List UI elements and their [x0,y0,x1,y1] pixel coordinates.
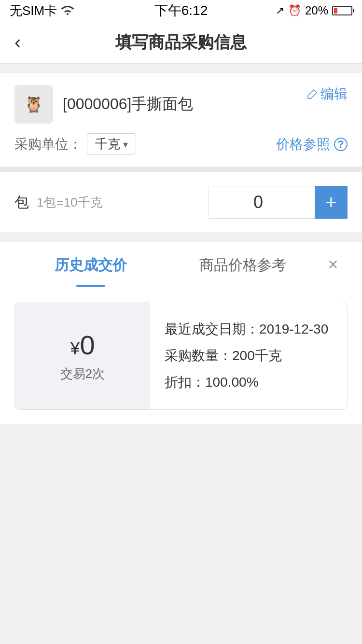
tab-history-price[interactable]: 历史成交价 [14,242,167,287]
card-price-value: ¥0 [70,329,95,361]
product-name: [0000006]手撕面包 [63,94,193,115]
location-icon: ↗ [276,4,284,17]
edit-button[interactable]: 编辑 [307,85,348,103]
history-card: ¥0 交易2次 最近成交日期：2019-12-30 采购数量：200千克 折扣：… [14,302,348,410]
section-divider [0,167,362,172]
edit-icon [307,89,318,99]
unit-dropdown[interactable]: 千克 ▾ [87,133,136,155]
history-content: ¥0 交易2次 最近成交日期：2019-12-30 采购数量：200千克 折扣：… [0,287,362,424]
recent-date-row: 最近成交日期：2019-12-30 [165,320,333,338]
quantity-controls: + [209,186,348,219]
nav-bar: ‹ 填写商品采购信息 [0,21,362,64]
purchase-qty-value: 200千克 [232,348,282,363]
discount-row: 折扣：100.00% [165,373,333,392]
page-title: 填写商品采购信息 [115,31,247,54]
alarm-icon: ⏰ [288,4,301,17]
quantity-plus-button[interactable]: + [315,186,348,219]
quantity-label-group: 包 1包=10千克 [14,193,103,212]
price-ref-label: 价格参照 [276,135,330,154]
owl-icon: 🦉 [24,95,43,113]
product-thumbnail: 🦉 [14,85,53,124]
tab-product-price-ref[interactable]: 商品价格参考 [167,242,319,287]
trade-count: 交易2次 [60,365,105,382]
help-icon: ? [334,138,348,151]
unit-value: 千克 [95,136,120,153]
wifi-icon [61,3,74,18]
unit-label: 采购单位： [14,135,82,154]
purchase-qty-label: 采购数量： [165,348,232,363]
quantity-hint: 1包=10千克 [37,194,103,211]
battery-icon [332,6,352,15]
quantity-unit: 包 [14,193,29,212]
status-time: 下午6:12 [154,1,208,20]
status-right: ↗ ⏰ 20% [276,4,352,17]
dropdown-arrow: ▾ [123,139,128,150]
purchase-qty-row: 采购数量：200千克 [165,346,333,365]
recent-date-value: 2019-12-30 [259,322,328,336]
battery-percent: 20% [305,4,328,17]
product-header: 🦉 [0000006]手撕面包 编辑 [14,85,348,124]
back-button[interactable]: ‹ [14,31,30,53]
product-info: 🦉 [0000006]手撕面包 [14,85,193,124]
carrier-text: 无SIM卡 [10,2,57,19]
edit-label: 编辑 [320,85,348,103]
product-section: 🦉 [0000006]手撕面包 编辑 采购单位： 千克 ▾ 价格参照 ? [0,73,362,167]
unit-selector: 采购单位： 千克 ▾ [14,133,136,155]
quantity-input[interactable] [209,186,315,219]
status-bar: 无SIM卡 下午6:12 ↗ ⏰ 20% [0,0,362,21]
price-reference-button[interactable]: 价格参照 ? [276,135,348,154]
product-unit-row: 采购单位： 千克 ▾ 价格参照 ? [14,133,348,155]
quantity-row: 包 1包=10千克 + [0,172,362,232]
tabs-close-button[interactable]: × [319,250,348,279]
tabs-header: 历史成交价 商品价格参考 × [0,242,362,287]
recent-date-label: 最近成交日期： [165,322,259,336]
status-left: 无SIM卡 [10,2,74,19]
currency-symbol: ¥ [70,338,80,358]
card-price-section: ¥0 交易2次 [15,302,150,409]
discount-label: 折扣： [165,375,205,390]
discount-value: 100.00% [205,375,259,390]
tabs-section: 历史成交价 商品价格参考 × ¥0 交易2次 最近成交日期：2019-12-30… [0,242,362,424]
card-details-section: 最近成交日期：2019-12-30 采购数量：200千克 折扣：100.00% [150,302,347,409]
